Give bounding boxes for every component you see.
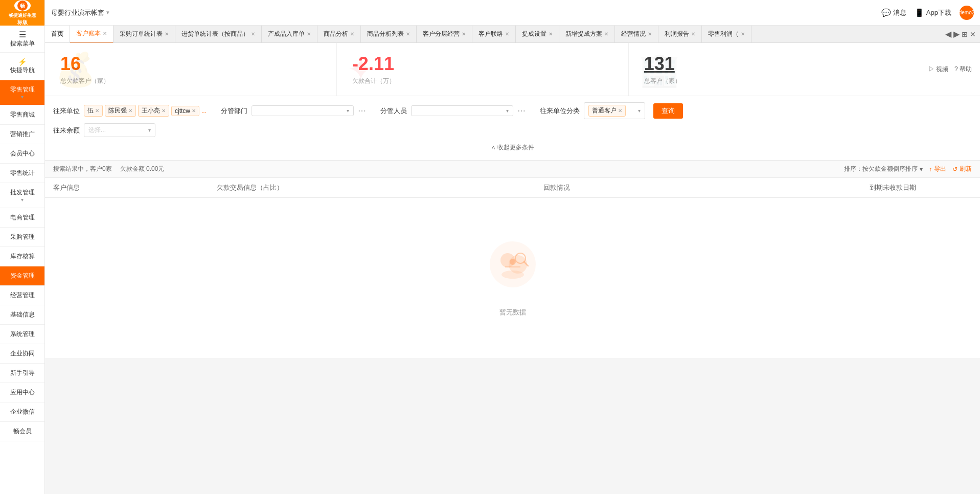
- tab-close-inbound-stats[interactable]: ✕: [251, 31, 255, 37]
- account-name: 母婴行业演示帐套: [51, 8, 104, 17]
- tag-close-cjttcw[interactable]: ✕: [192, 108, 196, 114]
- tab-close-new-promotion[interactable]: ✕: [604, 31, 608, 37]
- tab-purchase-stats[interactable]: 采购订单统计表 ✕: [113, 26, 175, 43]
- person-selector[interactable]: ▾: [411, 105, 513, 116]
- account-selector[interactable]: 母婴行业演示帐套 ▾: [51, 8, 109, 17]
- sidebar-item-corp-coop[interactable]: 企业协同: [0, 344, 44, 364]
- export-btn[interactable]: ↑ 导出: [929, 165, 946, 173]
- tab-next-icon[interactable]: ▶: [953, 29, 960, 39]
- tab-customer-capital[interactable]: 客户账本 ✕: [70, 26, 113, 43]
- sidebar-item-marketing[interactable]: 营销推广: [0, 125, 44, 144]
- account-dropdown-icon[interactable]: ▾: [106, 9, 109, 16]
- collapse-icon: ∧: [491, 144, 497, 151]
- tab-close-profit-report[interactable]: ✕: [691, 31, 695, 37]
- dept-more-icon[interactable]: ⋯: [358, 106, 366, 116]
- sidebar-item-app-center[interactable]: 应用中心: [0, 383, 44, 402]
- sidebar-item-corp-wechat[interactable]: 企业微信: [0, 402, 44, 422]
- filter-tag-wang[interactable]: 王小亮 ✕: [138, 105, 169, 117]
- tab-close-customer-contact[interactable]: ✕: [505, 31, 509, 37]
- tab-cost-inbound[interactable]: 产成品入库单 ✕: [262, 26, 317, 43]
- content-area: 💰 16 总欠款客户（家） ✦ -2.11 欠款合计（万） 🏢 131 总客户（…: [45, 43, 980, 494]
- filter-more-btn[interactable]: ...: [201, 107, 207, 115]
- tab-expand-icon[interactable]: ⊞: [962, 30, 968, 38]
- tab-promotion-settings[interactable]: 提成设置 ✕: [516, 26, 559, 43]
- sidebar-item-search-menu[interactable]: ☰ 搜索菜单: [0, 26, 44, 53]
- balance-selector[interactable]: 选择... ▾: [84, 123, 155, 137]
- tab-close-goods-analysis[interactable]: ✕: [350, 31, 354, 37]
- tab-close-operation-status[interactable]: ✕: [648, 31, 652, 37]
- tab-goods-analysis[interactable]: 商品分析 ✕: [317, 26, 361, 43]
- debt-total-value: -2.11: [352, 53, 613, 75]
- refresh-btn[interactable]: ↺ 刷新: [952, 165, 972, 173]
- tag-close-wang[interactable]: ✕: [162, 108, 166, 114]
- sidebar-item-sys-mgmt[interactable]: 系统管理: [0, 325, 44, 344]
- sidebar-item-basic-info[interactable]: 基础信息: [0, 305, 44, 325]
- filter-tag-cjttcw[interactable]: cjttcw ✕: [171, 106, 199, 116]
- filter-row-2: 往来余额 选择... ▾: [53, 123, 972, 137]
- sidebar-item-purchase[interactable]: 采购管理: [0, 228, 44, 247]
- sort-icon: ▾: [920, 166, 923, 173]
- sidebar-item-inventory[interactable]: 库存核算: [0, 247, 44, 266]
- tab-profit-report[interactable]: 利润报告 ✕: [658, 26, 702, 43]
- logo-sub: 标版: [17, 19, 28, 26]
- filter-tag-wu[interactable]: 伍 ✕: [84, 105, 103, 117]
- sidebar-item-batch-mgmt[interactable]: 批发管理 ▾: [0, 183, 44, 208]
- tab-customer-contact[interactable]: 客户联络 ✕: [472, 26, 516, 43]
- tab-close-retail-profit[interactable]: ✕: [741, 31, 745, 37]
- unit-filter-label: 往来单位: [53, 106, 80, 116]
- tag-close-chen[interactable]: ✕: [128, 108, 132, 114]
- category-tag-close[interactable]: ✕: [618, 108, 622, 114]
- tab-inbound-stats[interactable]: 进货单统计表（按商品） ✕: [175, 26, 262, 43]
- tab-close-goods-list[interactable]: ✕: [406, 31, 410, 37]
- tab-goods-list[interactable]: 商品分析列表 ✕: [361, 26, 417, 43]
- sort-btn[interactable]: 排序：按欠款金额倒序排序 ▾: [844, 165, 923, 173]
- tab-close-cost-inbound[interactable]: ✕: [307, 31, 311, 37]
- sidebar-item-member[interactable]: 会员中心: [0, 144, 44, 164]
- sidebar-item-quick-nav[interactable]: ⚡ 快捷导航: [0, 53, 44, 80]
- result-summary: 搜索结果中，客户0家: [53, 165, 112, 173]
- sidebar-item-retail-mgmt[interactable]: 零售管理 ▾: [0, 80, 44, 105]
- tab-close-promotion-settings[interactable]: ✕: [549, 31, 553, 37]
- avatar[interactable]: demo2: [960, 6, 974, 20]
- sidebar-item-finance[interactable]: 资金管理: [0, 266, 44, 286]
- col-header-repay: 回款情况: [543, 183, 870, 192]
- sidebar-item-retail-mall[interactable]: 零售商城: [0, 105, 44, 125]
- tab-close-customer-capital[interactable]: ✕: [103, 31, 107, 36]
- sidebar-item-ecommerce[interactable]: 电商管理: [0, 208, 44, 228]
- tab-close-all-icon[interactable]: ✕: [970, 30, 976, 38]
- person-dropdown-icon: ▾: [506, 108, 509, 114]
- tab-new-promotion[interactable]: 新增提成方案 ✕: [559, 26, 615, 43]
- dept-selector[interactable]: ▾: [252, 105, 354, 116]
- filter-tag-chen[interactable]: 陈民强 ✕: [105, 105, 136, 117]
- debt-total-label: 欠款合计（万）: [352, 77, 613, 85]
- video-btn[interactable]: ▷ 视频: [928, 65, 948, 74]
- sidebar-item-retail-stats[interactable]: 零售统计: [0, 164, 44, 183]
- sidebar-item-new-guide[interactable]: 新手引导: [0, 364, 44, 383]
- tab-close-purchase-stats[interactable]: ✕: [165, 31, 169, 37]
- person-more-icon[interactable]: ⋯: [517, 106, 526, 116]
- stats-row: 💰 16 总欠款客户（家） ✦ -2.11 欠款合计（万） 🏢 131 总客户（…: [45, 43, 980, 96]
- tabbar: 首页 客户账本 ✕ 采购订单统计表 ✕ 进货单统计表（按商品） ✕ 产成品入库单…: [45, 26, 980, 43]
- tab-close-customer-seg[interactable]: ✕: [462, 31, 466, 37]
- tab-customer-seg[interactable]: 客户分层经营 ✕: [417, 26, 472, 43]
- filter-tags: 伍 ✕ 陈民强 ✕ 王小亮 ✕ cjttcw ✕ ...: [84, 105, 207, 117]
- stat-total-customers: 🏢 131 总客户（家）: [628, 43, 920, 96]
- tab-operation-status[interactable]: 经营情况 ✕: [615, 26, 658, 43]
- category-dropdown-icon: ▾: [638, 108, 641, 114]
- app-download-btn[interactable]: 📱 App下载: [915, 8, 951, 17]
- svg-point-6: [510, 259, 516, 265]
- category-tag[interactable]: 普通客户 ✕: [588, 105, 626, 117]
- sidebar-item-operation[interactable]: 经营管理: [0, 286, 44, 305]
- tab-retail-profit[interactable]: 零售利润（ ✕: [702, 26, 751, 43]
- category-selector[interactable]: 普通客户 ✕ ▾: [584, 102, 645, 119]
- help-btn[interactable]: ? 帮助: [954, 65, 972, 74]
- total-customers-value: 131: [644, 53, 905, 75]
- collapse-btn[interactable]: ∧ 收起更多条件: [53, 141, 972, 154]
- topbar-right: 💬 消息 📱 App下载 demo2: [881, 6, 974, 20]
- tab-home[interactable]: 首页: [45, 26, 70, 43]
- sidebar-item-vip-member[interactable]: 畅会员: [0, 422, 44, 441]
- tab-prev-icon[interactable]: ◀: [945, 29, 951, 39]
- query-button[interactable]: 查询: [653, 103, 683, 119]
- message-btn[interactable]: 💬 消息: [881, 8, 906, 17]
- tag-close-wu[interactable]: ✕: [95, 108, 99, 114]
